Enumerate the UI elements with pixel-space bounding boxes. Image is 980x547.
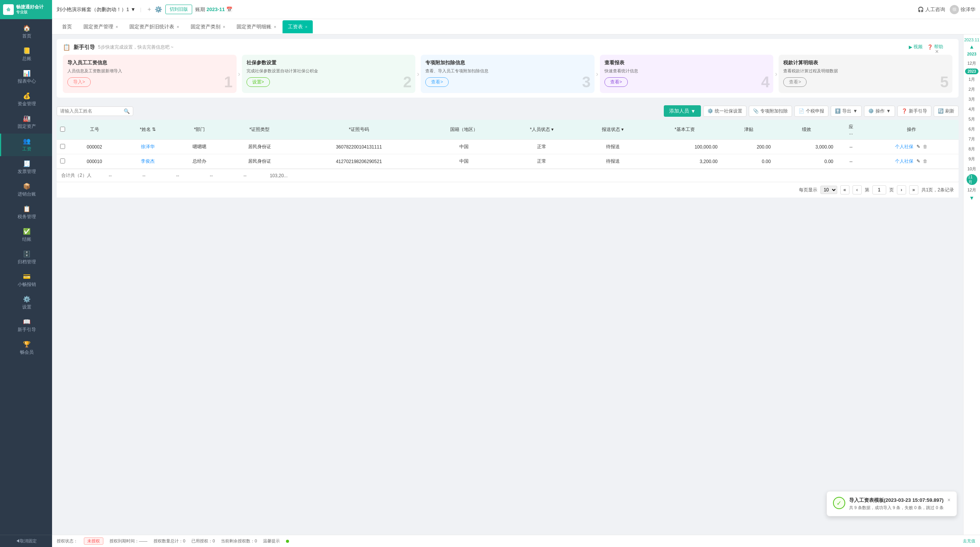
sidebar-item-settlement[interactable]: ✅ 结账 — [0, 224, 52, 247]
special-deduction-btn[interactable]: 📎 专项附加扣除 — [749, 106, 792, 117]
sidebar-item-finance[interactable]: 💰 资金管理 — [0, 88, 52, 111]
add-employee-button[interactable]: 添加人员 ▼ — [664, 105, 701, 117]
td-performance-1: 3,000.00 — [775, 140, 838, 154]
th-name[interactable]: *姓名 ⇅ — [121, 120, 175, 140]
op-edit-2[interactable]: ✎ — [916, 158, 920, 164]
guide-video-link[interactable]: ▶ 视频 — [909, 44, 923, 50]
expire-label: 授权到期时间：—— — [109, 538, 147, 544]
sort-icon: ⇅ — [152, 127, 156, 132]
page-label: 第 — [865, 187, 869, 193]
settings-icon[interactable]: ⚙️ — [155, 6, 162, 13]
next-page-button[interactable]: › — [897, 185, 906, 194]
user-avatar: 徐 — [950, 5, 959, 14]
switch-version-button[interactable]: 切到旧版 — [165, 5, 192, 14]
new-guide-btn[interactable]: ❓ 新手引导 — [897, 106, 931, 117]
row-checkbox-2[interactable] — [60, 158, 65, 163]
calendar-month-12-prev[interactable]: 12月 — [964, 59, 980, 68]
sidebar-item-payroll[interactable]: 👥 工资 — [0, 134, 52, 156]
sidebar-item-inventory[interactable]: 📦 进销台账 — [0, 179, 52, 201]
calendar-month-11-active[interactable]: 11月 — [967, 174, 977, 185]
close-tab-fixed-assets[interactable]: × — [116, 24, 118, 29]
close-tab-fixed-category[interactable]: × — [223, 24, 225, 29]
tab-payroll[interactable]: 工资表 × — [283, 20, 313, 33]
row-checkbox-1[interactable] — [60, 144, 65, 149]
add-company-icon[interactable]: ＋ — [146, 5, 152, 13]
op-delete-1[interactable]: 🗑 — [923, 144, 928, 149]
calendar-month-9[interactable]: 9月 — [964, 154, 980, 164]
per-page-select[interactable]: 10 20 50 — [820, 186, 837, 194]
sidebar-item-member[interactable]: 🏆 畅会员 — [0, 337, 52, 359]
total-records-label: 共1页，2条记录 — [921, 187, 954, 193]
period-value: 2023-11 — [207, 7, 225, 12]
calendar-icon[interactable]: 📅 — [226, 7, 232, 12]
op-edit-1[interactable]: ✎ — [916, 144, 920, 149]
first-page-button[interactable]: « — [840, 185, 849, 194]
cancel-fixed-button[interactable]: ◀取消固定 — [0, 535, 52, 547]
sidebar-item-tax[interactable]: 📋 税务管理 — [0, 201, 52, 224]
sidebar-item-home[interactable]: 🏠 首页 — [0, 21, 52, 43]
calendar-down-arrow[interactable]: ▼ — [969, 195, 975, 201]
calendar-month-7[interactable]: 7月 — [964, 134, 980, 144]
user-info[interactable]: 徐 徐泽华 — [950, 5, 975, 14]
sidebar-item-archive[interactable]: 🗄️ 归档管理 — [0, 247, 52, 269]
guide-step-4-btn[interactable]: 查看> — [604, 77, 628, 87]
calendar-month-3[interactable]: 3月 — [964, 95, 980, 104]
export-btn[interactable]: ⬆️ 导出 ▼ — [831, 106, 862, 117]
calendar-month-6[interactable]: 6月 — [964, 124, 980, 134]
sidebar-item-expense[interactable]: 💳 小畅报销 — [0, 269, 52, 292]
prev-page-button[interactable]: ‹ — [853, 185, 862, 194]
select-all-checkbox[interactable] — [60, 127, 65, 132]
tab-depreciation[interactable]: 固定资产折旧统计表 × — [124, 20, 184, 33]
sidebar-item-settings[interactable]: ⚙️ 设置 — [0, 292, 52, 314]
inventory-icon: 📦 — [23, 183, 31, 190]
tab-fixed-assets[interactable]: 固定资产管理 × — [78, 20, 123, 33]
sidebar-item-reports[interactable]: 📊 报表中心 — [0, 66, 52, 88]
last-page-button[interactable]: » — [909, 185, 918, 194]
th-report-status[interactable]: 报送状态 ▾ — [578, 120, 647, 140]
sidebar-item-fixed-assets[interactable]: 🏭 固定资产 — [0, 111, 52, 134]
calendar-month-12[interactable]: 12月 — [964, 185, 980, 195]
social-insurance-btn[interactable]: ⚙️ 统一社保设置 — [703, 106, 746, 117]
guide-step-2-btn[interactable]: 设置> — [247, 77, 270, 87]
social-insurance-icon: ⚙️ — [707, 108, 713, 114]
page-number-input[interactable] — [872, 185, 886, 194]
tab-fixed-category[interactable]: 固定资产类别 × — [185, 20, 230, 33]
employee-table-container: 工号 *姓名 ⇅ *部门 *证照类型 *证照号码 国籍（地区） *人员状态 — [57, 120, 959, 182]
refresh-btn[interactable]: 🔄 刷新 — [934, 106, 959, 117]
employee-name-link-2[interactable]: 李俊杰 — [141, 158, 155, 164]
th-status[interactable]: *人员状态 ▾ — [505, 120, 578, 140]
tab-fixed-detail[interactable]: 固定资产明细账 × — [231, 20, 281, 33]
calendar-month-5[interactable]: 5月 — [964, 114, 980, 124]
calendar-month-4[interactable]: 4月 — [964, 105, 980, 114]
guide-close-button[interactable]: × — [935, 48, 939, 55]
service-button[interactable]: 🎧 人工咨询 — [918, 6, 945, 13]
sidebar-item-label: 总账 — [22, 56, 31, 62]
op-delete-2[interactable]: 🗑 — [923, 158, 928, 164]
guide-step-1-btn[interactable]: 导入> — [67, 77, 91, 87]
sidebar-item-guide[interactable]: 📖 新手引导 — [0, 314, 52, 337]
close-tab-depreciation[interactable]: × — [176, 24, 179, 29]
sidebar-item-ledger[interactable]: 📒 总账 — [0, 43, 52, 66]
op-social-1[interactable]: 个人社保 — [895, 144, 913, 149]
employee-name-link-1[interactable]: 徐泽华 — [141, 144, 155, 149]
close-tab-fixed-detail[interactable]: × — [274, 24, 276, 29]
calendar-month-10[interactable]: 10月 — [964, 164, 980, 174]
tax-report-btn[interactable]: 📄 个税申报 — [794, 106, 828, 117]
search-input[interactable] — [60, 108, 121, 114]
guide-step-3-btn[interactable]: 查看> — [425, 77, 449, 87]
calendar-up-arrow[interactable]: ▲ — [969, 44, 975, 50]
company-selector[interactable]: 刘小艳演示账套（勿删勿动！）1 ▼ — [57, 6, 136, 13]
tab-home[interactable]: 首页 — [57, 20, 77, 33]
sidebar-item-invoicing[interactable]: 🧾 发票管理 — [0, 156, 52, 179]
charge-link[interactable]: 去充值 — [963, 538, 975, 544]
op-social-2[interactable]: 个人社保 — [895, 158, 913, 164]
operations-btn[interactable]: ⚙️ 操作 ▼ — [864, 106, 895, 117]
calendar-month-1[interactable]: 1月 — [964, 75, 980, 84]
calendar-month-2[interactable]: 2月 — [964, 85, 980, 94]
calendar-month-8[interactable]: 8月 — [964, 144, 980, 154]
td-base-salary-2: 3,200.00 — [647, 154, 722, 169]
guide-step-5-btn[interactable]: 查看> — [783, 77, 807, 87]
close-tab-payroll[interactable]: × — [305, 24, 307, 29]
calendar-header[interactable]: 2023.11 — [963, 36, 980, 44]
toast-close-button[interactable]: × — [947, 497, 951, 503]
